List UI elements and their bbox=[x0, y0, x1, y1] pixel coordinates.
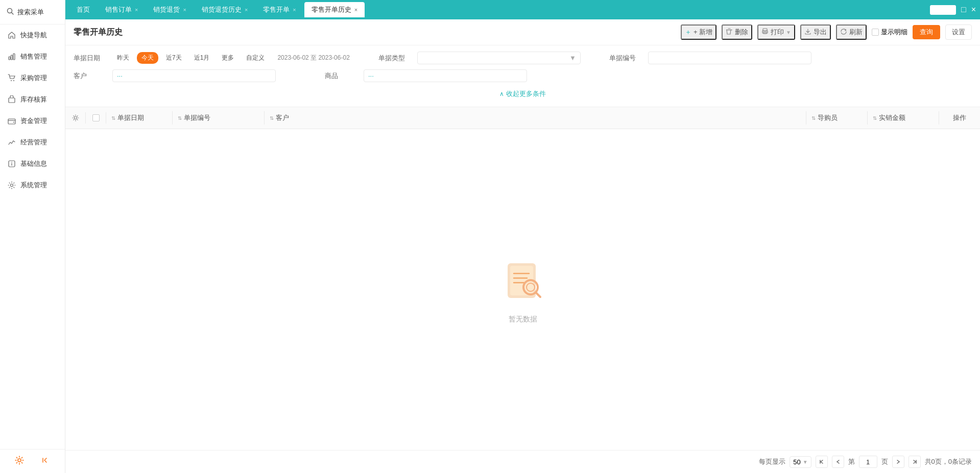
page-size-label: 每页显示 bbox=[759, 457, 785, 466]
gear-icon[interactable] bbox=[15, 456, 24, 467]
tab-close-sales-order[interactable]: × bbox=[135, 7, 138, 13]
svg-point-13 bbox=[11, 184, 13, 187]
th-number-sort-icon[interactable]: ⇅ bbox=[178, 115, 182, 121]
th-ops-label: 操作 bbox=[953, 113, 966, 122]
home-icon bbox=[7, 31, 16, 40]
filter-row-2: 客户 ··· 商品 ··· bbox=[74, 69, 972, 82]
th-amount: ⇅ 实销金额 bbox=[868, 111, 939, 125]
tab-home[interactable]: 首页 bbox=[69, 2, 97, 17]
type-filter-select[interactable]: ▼ bbox=[417, 52, 581, 64]
svg-point-14 bbox=[18, 459, 21, 462]
svg-point-27 bbox=[527, 283, 535, 291]
sidebar-item-label-inventory: 库存核算 bbox=[20, 95, 47, 104]
th-amount-label: 实销金额 bbox=[879, 113, 905, 122]
export-button[interactable]: 导出 bbox=[800, 24, 831, 40]
last7-btn[interactable]: 近7天 bbox=[161, 52, 186, 64]
print-button[interactable]: 打印 ▼ bbox=[757, 24, 795, 40]
th-number: ⇅ 单据编号 bbox=[173, 111, 265, 125]
query-button[interactable]: 查询 bbox=[913, 25, 940, 39]
last-page-btn[interactable] bbox=[909, 456, 921, 468]
svg-rect-7 bbox=[9, 98, 15, 103]
svg-rect-2 bbox=[9, 57, 10, 60]
sidebar-item-finance[interactable]: 资金管理 bbox=[0, 110, 65, 132]
tab-close-retail-open-history[interactable]: × bbox=[354, 7, 357, 13]
tab-sales-order[interactable]: 销售订单× bbox=[98, 2, 145, 17]
th-date-label: 单据日期 bbox=[117, 113, 144, 122]
sidebar-item-inventory[interactable]: 库存核算 bbox=[0, 89, 65, 110]
export-label: 导出 bbox=[814, 28, 827, 37]
toolbar: 零售开单历史 ＋ + 新增 删除 bbox=[65, 19, 980, 45]
svg-point-9 bbox=[13, 122, 14, 123]
sidebar-item-operations[interactable]: 经营管理 bbox=[0, 132, 65, 153]
filter-area: 单据日期 昨天 今天 近7天 近1月 更多 自定义 2023-06-02 至 2… bbox=[65, 45, 980, 107]
th-amount-sort-icon[interactable]: ⇅ bbox=[873, 115, 877, 121]
main-content: 首页销售订单×销货退货×销货退货历史×零售开单×零售开单历史× OfTEn □ … bbox=[65, 0, 980, 473]
refresh-button[interactable]: 刷新 bbox=[836, 24, 867, 40]
empty-icon bbox=[497, 256, 548, 307]
box-icon bbox=[7, 95, 16, 104]
tab-retail-open[interactable]: 零售开单× bbox=[256, 2, 303, 17]
last-month-btn[interactable]: 近1月 bbox=[189, 52, 214, 64]
th-settings[interactable] bbox=[65, 112, 86, 123]
display-detail-toggle[interactable]: 显示明细 bbox=[872, 28, 907, 37]
svg-rect-8 bbox=[8, 119, 15, 124]
content-area: 零售开单历史 ＋ + 新增 删除 bbox=[65, 19, 980, 473]
close-window-btn[interactable]: × bbox=[971, 5, 976, 14]
th-date-sort-icon[interactable]: ⇅ bbox=[111, 115, 115, 121]
yesterday-btn[interactable]: 昨天 bbox=[112, 52, 134, 64]
table-header: ⇅ 单据日期 ⇅ 单据编号 ⇅ 客户 ⇅ 导购员 ⇅ 实销金额 bbox=[65, 107, 980, 129]
select-all-checkbox[interactable] bbox=[92, 114, 100, 121]
svg-point-20 bbox=[74, 117, 77, 119]
type-filter-label: 单据类型 bbox=[378, 54, 409, 63]
tab-close-retail-open[interactable]: × bbox=[293, 7, 296, 13]
th-number-label: 单据编号 bbox=[184, 113, 210, 122]
collapse-chevron-icon: ∧ bbox=[499, 90, 504, 97]
first-page-btn[interactable] bbox=[816, 456, 828, 468]
delete-label: 删除 bbox=[735, 28, 748, 37]
more-date-btn[interactable]: 更多 bbox=[217, 52, 238, 64]
th-guide-sort-icon[interactable]: ⇅ bbox=[811, 115, 816, 121]
restore-window-btn[interactable]: □ bbox=[961, 5, 966, 14]
tab-close-sales-return[interactable]: × bbox=[183, 7, 186, 13]
add-icon: ＋ bbox=[685, 28, 691, 37]
number-filter-label: 单据编号 bbox=[609, 54, 640, 63]
tab-sales-return[interactable]: 销货退货× bbox=[146, 2, 193, 17]
prev-page-btn[interactable] bbox=[832, 456, 844, 468]
wallet-icon bbox=[7, 116, 16, 126]
settings-button[interactable]: 设置 bbox=[945, 24, 972, 40]
sidebar-item-sales-mgmt[interactable]: 销售管理 bbox=[0, 46, 65, 67]
page-title: 零售开单历史 bbox=[74, 27, 123, 38]
add-button[interactable]: ＋ + 新增 bbox=[681, 24, 716, 40]
sidebar-search[interactable]: 搜索采单 bbox=[0, 0, 65, 24]
page-total: 共0页，0条记录 bbox=[925, 457, 972, 466]
goods-filter-select[interactable]: ··· bbox=[364, 69, 527, 82]
collapse-btn[interactable]: ∧ 收起更多条件 bbox=[74, 87, 972, 101]
custom-date-btn[interactable]: 自定义 bbox=[242, 52, 269, 64]
sidebar-item-quick-nav[interactable]: 快捷导航 bbox=[0, 24, 65, 46]
th-checkbox[interactable] bbox=[86, 112, 106, 123]
next-page-btn[interactable] bbox=[892, 456, 904, 468]
th-date: ⇅ 单据日期 bbox=[106, 111, 173, 125]
sidebar-item-purchase-mgmt[interactable]: 采购管理 bbox=[0, 67, 65, 89]
sidebar-item-basic-info[interactable]: 基础信息 bbox=[0, 153, 65, 175]
number-filter-input[interactable] bbox=[648, 52, 811, 64]
today-btn[interactable]: 今天 bbox=[137, 52, 158, 64]
info-icon bbox=[7, 159, 16, 168]
search-icon bbox=[6, 7, 14, 17]
tab-label-sales-order: 销售订单 bbox=[105, 5, 132, 14]
th-customer-label: 客户 bbox=[276, 113, 289, 122]
customer-dots: ··· bbox=[117, 72, 123, 80]
page-number-input[interactable]: 1 bbox=[859, 456, 877, 468]
sidebar-bottom bbox=[0, 449, 65, 473]
display-detail-checkbox[interactable] bbox=[872, 29, 879, 36]
collapse-icon[interactable] bbox=[41, 456, 50, 467]
sidebar-item-sys-mgmt[interactable]: 系统管理 bbox=[0, 175, 65, 196]
delete-button[interactable]: 删除 bbox=[722, 24, 752, 40]
customer-filter-select[interactable]: ··· bbox=[112, 69, 276, 82]
tab-sales-return-history[interactable]: 销货退货历史× bbox=[195, 2, 255, 17]
th-customer-sort-icon[interactable]: ⇅ bbox=[270, 115, 274, 121]
type-select-chevron: ▼ bbox=[569, 54, 576, 62]
tab-close-sales-return-history[interactable]: × bbox=[245, 7, 248, 13]
tab-retail-open-history[interactable]: 零售开单历史× bbox=[304, 2, 365, 17]
page-size-select[interactable]: 50 ▼ bbox=[790, 456, 811, 468]
